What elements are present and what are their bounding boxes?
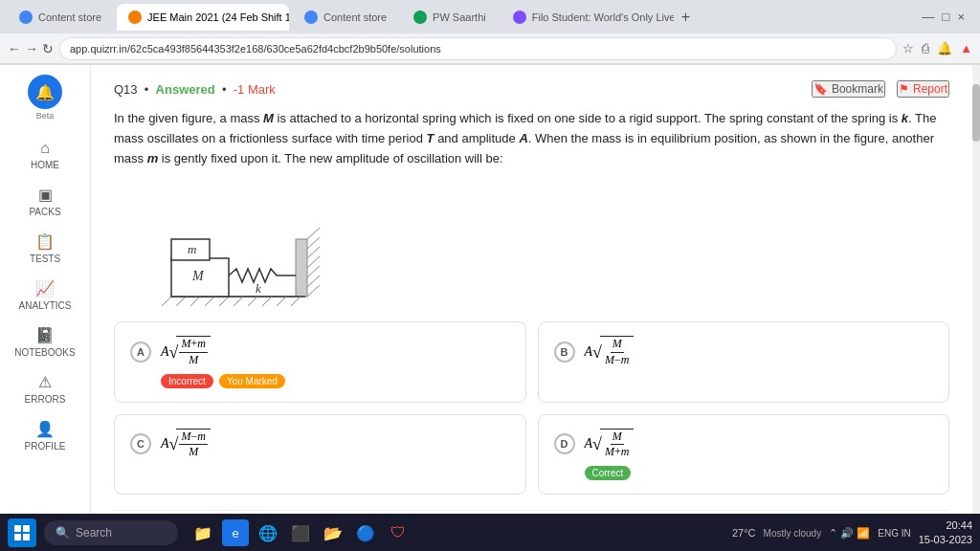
tab-favicon-4 bbox=[413, 11, 427, 24]
taskbar-app-3[interactable]: 🔵 bbox=[352, 519, 379, 546]
start-button[interactable] bbox=[8, 518, 36, 547]
date-display: 15-03-2023 bbox=[919, 533, 972, 547]
scroll-thumb[interactable] bbox=[972, 84, 980, 142]
close-button[interactable]: × bbox=[957, 10, 965, 24]
tab-label-5: Filo Student: World's Only Live Instan..… bbox=[532, 11, 674, 23]
option-a-formula: A √ M+m M bbox=[161, 336, 211, 367]
svg-line-4 bbox=[307, 256, 320, 268]
sidebar-item-home[interactable]: ⌂ HOME bbox=[0, 132, 90, 178]
option-d-circle: D bbox=[554, 433, 575, 454]
question-footer: TIME TAKEN 106 sec ← Prev 2 Next → TOPIC… bbox=[114, 510, 949, 514]
sidebar-label-notebooks: NOTEBOOKS bbox=[14, 347, 75, 358]
svg-line-13 bbox=[219, 297, 229, 306]
home-icon: ⌂ bbox=[40, 140, 50, 157]
weather-temp: 27°C bbox=[732, 527, 756, 539]
weather-desc: Mostly cloudy bbox=[764, 528, 822, 539]
sidebar-item-analytics[interactable]: 📈 ANALYTICS bbox=[0, 272, 90, 319]
url-text: app.quizrr.in/62c5ca493f85644353f2e168/6… bbox=[70, 43, 441, 55]
bookmark-button[interactable]: 🔖 Bookmark bbox=[812, 80, 885, 98]
option-c-row: C A √ M−m M bbox=[130, 429, 510, 460]
svg-line-3 bbox=[307, 247, 320, 258]
maximize-button[interactable]: □ bbox=[943, 10, 950, 24]
svg-line-15 bbox=[248, 297, 257, 306]
taskbar-search[interactable]: 🔍 Search bbox=[44, 520, 178, 545]
content-area: Q13 • Answered • -1 Mark 🔖 Bookmark ⚑ Re… bbox=[91, 65, 972, 514]
windows-icon bbox=[13, 524, 31, 541]
answered-status: Answered bbox=[156, 82, 215, 97]
report-button[interactable]: ⚑ Report bbox=[897, 80, 949, 98]
option-a-badges: Incorrect You Marked bbox=[161, 374, 510, 388]
option-d-badges: Correct bbox=[585, 466, 934, 480]
svg-text:M: M bbox=[191, 269, 205, 283]
taskbar-app-1[interactable]: ⬛ bbox=[287, 519, 314, 546]
taskbar-app-edge[interactable]: e bbox=[222, 519, 249, 546]
app-logo: 🔔 bbox=[28, 75, 62, 109]
beta-label: Beta bbox=[36, 111, 55, 121]
packs-icon: ▣ bbox=[38, 186, 53, 204]
svg-line-17 bbox=[277, 297, 286, 306]
bookmark-icon[interactable]: ☆ bbox=[902, 41, 914, 55]
option-c[interactable]: C A √ M−m M bbox=[114, 414, 526, 495]
bookmark-label: Bookmark bbox=[832, 82, 883, 96]
question-header: Q13 • Answered • -1 Mark 🔖 Bookmark ⚑ Re… bbox=[114, 80, 949, 98]
browser-chrome: Content store JEE Main 2021 (24 Feb Shif… bbox=[0, 0, 980, 65]
svg-rect-26 bbox=[14, 534, 21, 540]
back-button[interactable]: ← bbox=[8, 41, 21, 56]
taskbar-app-explorer[interactable]: 📁 bbox=[189, 519, 216, 546]
share-icon[interactable]: ⎙ bbox=[922, 41, 929, 55]
taskbar-app-shield[interactable]: 🛡 bbox=[385, 519, 412, 546]
bookmark-icon: 🔖 bbox=[813, 82, 828, 96]
option-b-row: B A √ M M−m bbox=[554, 336, 934, 367]
sidebar-label-tests: TESTS bbox=[30, 253, 60, 264]
tab-content-store-1[interactable]: Content store bbox=[8, 4, 113, 31]
minimize-button[interactable]: — bbox=[923, 10, 935, 24]
incorrect-badge: Incorrect bbox=[161, 374, 213, 388]
sidebar-item-profile[interactable]: 👤 PROFILE bbox=[0, 412, 90, 459]
taskbar-app-chrome[interactable]: 🌐 bbox=[255, 519, 281, 546]
option-b[interactable]: B A √ M M−m bbox=[538, 321, 950, 402]
analytics-icon: 📈 bbox=[35, 279, 55, 298]
sidebar-item-packs[interactable]: ▣ PACKS bbox=[0, 178, 90, 225]
svg-rect-25 bbox=[23, 525, 30, 532]
sidebar-item-errors[interactable]: ⚠ ERRORS bbox=[0, 365, 90, 412]
time-display: 20:44 bbox=[946, 518, 972, 533]
forward-button[interactable]: → bbox=[25, 41, 38, 56]
taskbar-right: 27°C Mostly cloudy ⌃ 🔊 📶 ENG IN 20:44 15… bbox=[732, 518, 972, 548]
svg-line-11 bbox=[190, 297, 200, 306]
tab-filo[interactable]: Filo Student: World's Only Live Instan..… bbox=[501, 4, 674, 31]
report-label: Report bbox=[913, 82, 947, 96]
report-icon: ⚑ bbox=[899, 82, 909, 96]
svg-line-16 bbox=[262, 297, 272, 306]
taskbar-app-2[interactable]: 📂 bbox=[320, 519, 346, 546]
option-a[interactable]: A A √ M+m M bbox=[114, 321, 526, 402]
taskbar-apps: 📁 e 🌐 ⬛ 📂 🔵 🛡 bbox=[189, 519, 412, 546]
lang-indicator: ENG IN bbox=[878, 528, 910, 539]
option-d-formula: A √ M M+m bbox=[585, 429, 635, 460]
question-label: Q13 • Answered • -1 Mark bbox=[114, 82, 276, 97]
profile-icon: 👤 bbox=[35, 420, 55, 438]
svg-line-18 bbox=[291, 297, 301, 306]
svg-line-7 bbox=[307, 285, 320, 297]
extension-icon[interactable]: 🔔 bbox=[937, 41, 952, 55]
tab-jee-main[interactable]: JEE Main 2021 (24 Feb Shift 1) - C... × bbox=[117, 4, 289, 31]
tab-pw-saarthi[interactable]: PW Saarthi bbox=[402, 4, 498, 31]
url-bar[interactable]: app.quizrr.in/62c5ca493f85644353f2e168/6… bbox=[59, 37, 897, 60]
sidebar-item-tests[interactable]: 📋 TESTS bbox=[0, 225, 90, 272]
sidebar: 🔔 Beta ⌂ HOME ▣ PACKS 📋 TESTS 📈 ANALYTIC… bbox=[0, 65, 91, 514]
tab-label-1: Content store bbox=[38, 11, 101, 23]
window-controls[interactable]: — □ × bbox=[923, 10, 972, 24]
taskbar: 🔍 Search 📁 e 🌐 ⬛ 📂 🔵 🛡 27°C Mostly cloud… bbox=[0, 514, 980, 551]
scrollbar[interactable] bbox=[972, 65, 980, 514]
new-tab-button[interactable]: + bbox=[681, 9, 690, 26]
options-grid: A A √ M+m M bbox=[114, 321, 949, 494]
svg-line-14 bbox=[234, 297, 243, 306]
tests-icon: 📋 bbox=[35, 232, 55, 251]
refresh-button[interactable]: ↻ bbox=[42, 41, 54, 56]
option-d[interactable]: D A √ M M+m bbox=[538, 414, 950, 495]
svg-line-6 bbox=[307, 276, 320, 287]
sidebar-item-notebooks[interactable]: 📓 NOTEBOOKS bbox=[0, 319, 90, 365]
svg-rect-0 bbox=[296, 239, 307, 297]
tab-content-store-2[interactable]: Content store bbox=[293, 4, 398, 31]
nav-buttons: ← → ↻ bbox=[8, 41, 54, 56]
physics-diagram: m M k bbox=[143, 182, 334, 306]
